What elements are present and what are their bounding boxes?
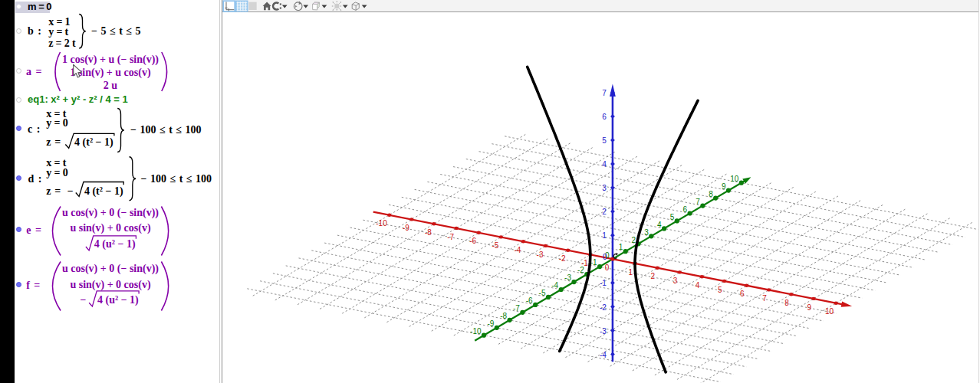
svg-text:-4: -4 [600, 351, 607, 359]
svg-text:0: 0 [603, 253, 607, 261]
svg-text:-5: -5 [492, 241, 498, 250]
svg-text:-7: -7 [513, 304, 520, 313]
svg-text:10: 10 [825, 307, 834, 316]
svg-text:3: 3 [602, 184, 607, 192]
svg-text:-10: -10 [470, 327, 482, 336]
svg-text:-2: -2 [577, 266, 584, 274]
svg-text:-3: -3 [564, 273, 571, 282]
svg-text:1: 1 [602, 231, 607, 240]
svg-text:0: 0 [605, 264, 610, 272]
svg-text:-8: -8 [425, 228, 432, 237]
svg-text:4: 4 [657, 221, 662, 229]
svg-text:-4: -4 [551, 281, 558, 290]
svg-text:-2: -2 [600, 303, 607, 312]
svg-text:-10: -10 [376, 219, 387, 228]
svg-text:2: 2 [651, 272, 656, 280]
svg-text:7: 7 [762, 294, 767, 303]
svg-text:6: 6 [683, 205, 688, 214]
svg-text:-6: -6 [469, 237, 476, 245]
svg-text:-4: -4 [514, 246, 521, 254]
svg-text:-7: -7 [447, 233, 454, 241]
svg-text:5: 5 [602, 136, 607, 145]
svg-text:-6: -6 [526, 296, 533, 305]
svg-text:4: 4 [696, 281, 700, 290]
svg-text:9: 9 [722, 182, 726, 191]
svg-text:5: 5 [670, 213, 675, 221]
svg-text:10: 10 [730, 175, 739, 183]
svg-text:7: 7 [602, 89, 607, 97]
svg-text:1: 1 [628, 268, 633, 277]
svg-text:4: 4 [602, 160, 607, 169]
svg-text:2: 2 [602, 208, 607, 216]
svg-text:-3: -3 [600, 327, 607, 336]
svg-text:-1: -1 [600, 279, 607, 287]
svg-text:-5: -5 [539, 289, 546, 297]
svg-text:5: 5 [718, 286, 722, 294]
svg-text:3: 3 [644, 228, 649, 237]
svg-text:-3: -3 [537, 250, 544, 259]
svg-text:8: 8 [709, 190, 713, 198]
svg-text:-9: -9 [403, 224, 409, 232]
svg-text:1: 1 [619, 243, 623, 251]
svg-text:8: 8 [784, 299, 789, 307]
svg-text:-2: -2 [559, 254, 566, 263]
svg-text:9: 9 [807, 303, 811, 312]
svg-text:-9: -9 [487, 319, 494, 328]
svg-text:7: 7 [696, 198, 700, 206]
svg-text:6: 6 [602, 113, 607, 121]
svg-text:6: 6 [740, 290, 745, 298]
svg-text:2: 2 [631, 236, 636, 244]
svg-text:3: 3 [673, 277, 678, 285]
svg-text:-8: -8 [500, 312, 507, 320]
